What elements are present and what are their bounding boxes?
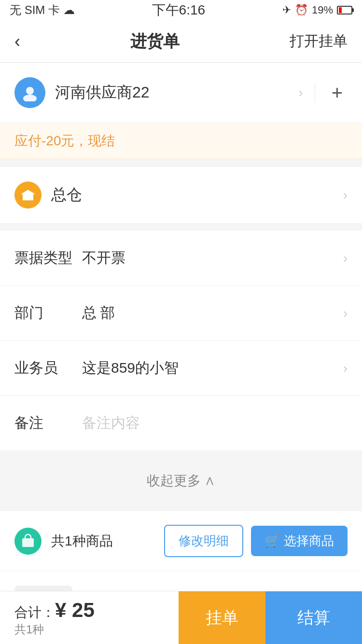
svg-rect-2 <box>22 538 34 547</box>
hang-button[interactable]: 挂单 <box>179 591 265 644</box>
supplier-chevron-icon: › <box>298 85 303 100</box>
cart-icon: 🛒 <box>265 533 280 548</box>
select-product-label: 选择商品 <box>284 532 334 549</box>
supplier-avatar <box>14 77 45 108</box>
invoice-chevron-icon: › <box>343 251 348 266</box>
add-button[interactable]: + <box>327 82 348 104</box>
edit-detail-button[interactable]: 修改明细 <box>164 525 243 557</box>
sales-chevron-icon: › <box>343 361 348 376</box>
sim-status: 无 SIM 卡 ☁ <box>10 2 75 18</box>
svg-point-0 <box>26 87 34 95</box>
supplier-row[interactable]: 河南供应商22 › + <box>0 63 362 123</box>
warehouse-section: 总仓 › <box>0 167 362 223</box>
status-bar: 无 SIM 卡 ☁ 下午6:16 ✈ ⏰ 19% <box>0 0 362 20</box>
sales-value: 这是859的小智 <box>82 358 343 378</box>
form-section: 票据类型 不开票 › 部门 总 部 › 业务员 这是859的小智 › 备注 备注… <box>0 231 362 450</box>
battery-icon <box>337 6 352 14</box>
status-left: 无 SIM 卡 ☁ <box>10 2 75 18</box>
invoice-label: 票据类型 <box>14 248 72 268</box>
total-label: 合计： <box>14 605 55 620</box>
settle-button[interactable]: 结算 <box>265 591 362 644</box>
products-header: 共1种商品 修改明细 🛒 选择商品 <box>0 511 362 571</box>
supplier-name: 河南供应商22 <box>55 82 298 103</box>
page-title: 进货单 <box>130 30 180 53</box>
warehouse-name: 总仓 <box>51 184 343 206</box>
sales-label: 业务员 <box>14 358 72 378</box>
open-hang-button[interactable]: 打开挂单 <box>290 31 348 51</box>
back-button[interactable]: ‹ <box>14 31 20 52</box>
dept-value: 总 部 <box>82 303 343 323</box>
remarks-input[interactable]: 备注内容 <box>82 413 348 433</box>
sales-row[interactable]: 业务员 这是859的小智 › <box>0 341 362 396</box>
divider <box>315 83 315 102</box>
footer-total: 合计：¥ 25 共1种 <box>0 599 179 637</box>
select-product-button[interactable]: 🛒 选择商品 <box>251 526 348 556</box>
spacer-1 <box>0 504 362 511</box>
invoice-row[interactable]: 票据类型 不开票 › <box>0 231 362 286</box>
svg-point-1 <box>23 95 37 101</box>
warehouse-icon <box>14 182 42 209</box>
invoice-value: 不开票 <box>82 248 343 268</box>
alert-banner: 应付-20元，现结 <box>0 123 362 159</box>
battery-percent: 19% <box>312 4 333 16</box>
dept-label: 部门 <box>14 303 72 323</box>
remarks-label: 备注 <box>14 413 72 433</box>
status-right: ✈ ⏰ 19% <box>282 4 352 16</box>
footer: 合计：¥ 25 共1种 挂单 结算 <box>0 591 362 644</box>
total-amount: ¥ 25 <box>55 599 95 621</box>
dept-chevron-icon: › <box>343 306 348 321</box>
supplier-section: 河南供应商22 › + 应付-20元，现结 <box>0 63 362 159</box>
location-icon: ✈ <box>282 4 291 16</box>
main-content: 河南供应商22 › + 应付-20元，现结 总仓 › 票据类型 不开票 › 部门… <box>0 63 362 644</box>
nav-bar: ‹ 进货单 打开挂单 <box>0 20 362 63</box>
status-time: 下午6:16 <box>152 1 206 19</box>
footer-total-row: 合计：¥ 25 <box>14 599 164 622</box>
alarm-icon: ⏰ <box>295 4 308 16</box>
collapse-button[interactable]: 收起更多 ∧ <box>0 458 362 504</box>
dept-row[interactable]: 部门 总 部 › <box>0 286 362 341</box>
footer-count: 共1种 <box>14 622 164 637</box>
products-count: 共1种商品 <box>51 532 164 550</box>
warehouse-chevron-icon: › <box>343 187 348 203</box>
warehouse-row[interactable]: 总仓 › <box>0 167 362 223</box>
products-icon <box>14 528 42 555</box>
remarks-row[interactable]: 备注 备注内容 <box>0 396 362 450</box>
